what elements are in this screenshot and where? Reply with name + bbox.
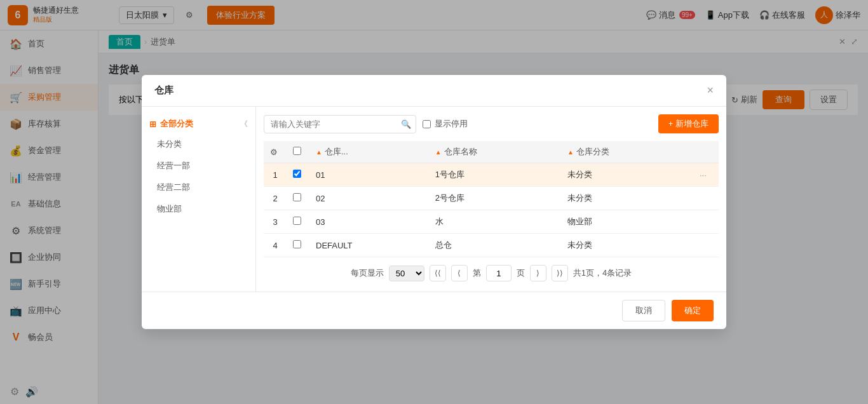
search-icon[interactable]: 🔍 [401, 119, 411, 129]
grid-icon: ⊞ [149, 119, 156, 129]
row-name: 2号仓库 [429, 187, 561, 210]
sort-icon-name: ▲ [435, 149, 442, 156]
show-disabled-checkbox[interactable] [423, 120, 431, 128]
dialog-header: 仓库 × [142, 75, 726, 107]
page-number-input[interactable] [486, 265, 512, 281]
more-icon[interactable]: ··· [700, 170, 707, 180]
row-actions [693, 187, 719, 210]
next-page-button[interactable]: ⟩ [530, 265, 546, 281]
category-panel: ⊞ 全部分类 《 未分类 经营一部 经营二部 物业部 [142, 107, 256, 292]
row-checkbox-cell[interactable] [287, 234, 309, 257]
row-num: 4 [264, 234, 287, 257]
row-actions: ··· [693, 163, 719, 187]
table-panel: 🔍 显示停用 + 新增仓库 ⚙ [256, 107, 726, 292]
col-header-actions [693, 141, 719, 163]
row-num: 2 [264, 187, 287, 210]
total-info: 共1页，4条记录 [573, 267, 632, 279]
confirm-button[interactable]: 确定 [672, 300, 714, 321]
search-input-wrap: 🔍 [264, 115, 416, 133]
table-body: 1 01 1号仓库 未分类 ··· 2 02 2号仓库 未分类 3 03 水 物… [264, 163, 719, 257]
category-item-unclassified[interactable]: 未分类 [142, 133, 255, 155]
sort-icon-code: ▲ [316, 149, 322, 156]
pagination: 每页显示 50 20 100 ⟨⟨ ⟨ 第 页 ⟩ ⟩⟩ 共1页，4条记录 [264, 257, 719, 284]
row-category: 未分类 [561, 187, 693, 210]
col-header-code[interactable]: ▲ 仓库... [309, 141, 429, 163]
row-checkbox-cell[interactable] [287, 187, 309, 210]
row-num: 3 [264, 210, 287, 234]
add-warehouse-button[interactable]: + 新增仓库 [658, 114, 719, 133]
table-row[interactable]: 4 DEFAULT 总仓 未分类 [264, 234, 719, 257]
col-header-category[interactable]: ▲ 仓库分类 [561, 141, 693, 163]
table-row[interactable]: 3 03 水 物业部 [264, 210, 719, 234]
page-label-after: 页 [517, 267, 525, 279]
page-label-before: 第 [473, 267, 481, 279]
col-header-name[interactable]: ▲ 仓库名称 [429, 141, 561, 163]
row-checkbox[interactable] [293, 170, 301, 178]
prev-page-button[interactable]: ⟨ [451, 265, 468, 281]
row-checkbox-cell[interactable] [287, 210, 309, 234]
modal-overlay: 仓库 × ⊞ 全部分类 《 未分类 经营一部 [0, 0, 868, 404]
sort-icon-cat: ▲ [567, 149, 574, 156]
row-name: 1号仓库 [429, 163, 561, 187]
row-category: 物业部 [561, 210, 693, 234]
row-code: 02 [309, 187, 429, 210]
row-checkbox[interactable] [293, 217, 301, 225]
per-page-select[interactable]: 50 20 100 [389, 266, 424, 281]
warehouse-dialog: 仓库 × ⊞ 全部分类 《 未分类 经营一部 [142, 75, 726, 329]
table-row[interactable]: 2 02 2号仓库 未分类 [264, 187, 719, 210]
gear-icon: ⚙ [270, 147, 278, 157]
category-item-dept2[interactable]: 经营二部 [142, 177, 255, 198]
dialog-body: ⊞ 全部分类 《 未分类 经营一部 经营二部 物业部 [142, 107, 726, 292]
collapse-button[interactable]: 《 [240, 119, 248, 130]
col-header-gear[interactable]: ⚙ [264, 141, 287, 163]
last-page-button[interactable]: ⟩⟩ [552, 265, 568, 281]
row-name: 总仓 [429, 234, 561, 257]
show-disabled-label[interactable]: 显示停用 [423, 118, 468, 130]
all-category[interactable]: ⊞ 全部分类 [149, 118, 193, 130]
cancel-button[interactable]: 取消 [622, 300, 665, 321]
warehouse-table: ⚙ ▲ 仓库... [264, 141, 719, 257]
row-actions [693, 210, 719, 234]
table-row[interactable]: 1 01 1号仓库 未分类 ··· [264, 163, 719, 187]
per-page-label: 每页显示 [351, 267, 384, 279]
row-name: 水 [429, 210, 561, 234]
row-code: 03 [309, 210, 429, 234]
category-header: ⊞ 全部分类 《 [142, 114, 255, 133]
row-code: 01 [309, 163, 429, 187]
dialog-title: 仓库 [154, 84, 173, 97]
search-bar: 🔍 显示停用 + 新增仓库 [264, 114, 719, 133]
row-category: 未分类 [561, 234, 693, 257]
dialog-close-button[interactable]: × [707, 84, 714, 97]
search-input[interactable] [264, 115, 416, 133]
row-checkbox[interactable] [293, 240, 301, 248]
first-page-button[interactable]: ⟨⟨ [430, 265, 446, 281]
all-category-label: 全部分类 [160, 118, 193, 130]
category-item-property[interactable]: 物业部 [142, 198, 255, 220]
category-item-dept1[interactable]: 经营一部 [142, 155, 255, 177]
row-checkbox[interactable] [293, 193, 301, 201]
row-code: DEFAULT [309, 234, 429, 257]
row-num: 1 [264, 163, 287, 187]
select-all-checkbox[interactable] [293, 147, 301, 155]
col-header-check [287, 141, 309, 163]
row-category: 未分类 [561, 163, 693, 187]
row-checkbox-cell[interactable] [287, 163, 309, 187]
row-actions [693, 234, 719, 257]
dialog-footer: 取消 确定 [142, 292, 726, 329]
